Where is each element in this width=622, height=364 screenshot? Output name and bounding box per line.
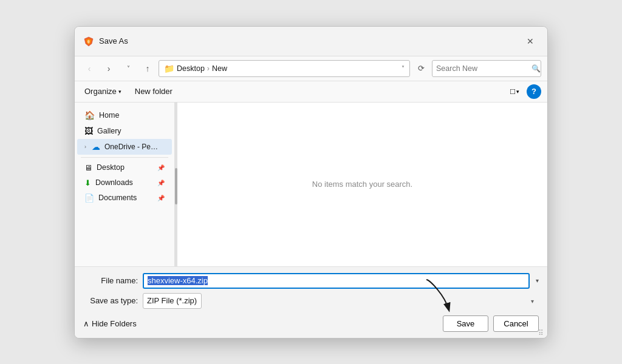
sidebar-item-home[interactable]: Home [77,107,172,123]
buttons-row: ∧ Hide Folders Save Cancel [83,313,539,332]
downloads-icon [84,178,91,187]
up-button[interactable]: ↑ [139,60,156,77]
sidebar-item-desktop[interactable]: Desktop 📌 [77,160,172,175]
organize-button[interactable]: Organize ▾ [81,85,125,98]
file-name-label: File name: [83,276,138,285]
sidebar-item-home-label: Home [99,111,119,120]
docs-icon [84,194,94,203]
save-as-dropdown-wrapper: ZIP File (*.zip) All Files (*.*) ▾ [143,293,539,309]
breadcrumb-new: New [212,64,227,73]
sidebar: Home Gallery › OneDrive - Perso Desktop … [75,103,175,266]
expand-arrow-icon: › [84,144,86,150]
sidebar-item-downloads-label: Downloads [95,178,133,187]
save-as-chevron-icon: ▾ [531,297,534,304]
action-bar: Organize ▾ New folder □ ▾ ? [75,81,547,103]
desktop-icon [84,163,92,172]
file-name-input[interactable] [143,273,530,289]
sidebar-scrollbar[interactable] [175,103,177,266]
hide-folders-icon: ∧ [83,319,89,328]
back-button[interactable]: ‹ [81,60,98,77]
save-as-type-label: Save as type: [83,296,138,305]
search-input[interactable] [436,64,531,73]
breadcrumb-sep-1: › [207,64,210,73]
brave-icon [83,36,94,47]
file-name-dropdown-icon: ▾ [536,277,539,284]
breadcrumb-desktop: Desktop [177,64,205,73]
save-as-type-dropdown[interactable]: ZIP File (*.zip) All Files (*.*) [143,293,202,309]
breadcrumb-bar[interactable]: 📁 Desktop › New ˅ [159,60,410,77]
sidebar-item-onedrive-label: OneDrive - Perso [104,143,159,151]
cloud-icon [92,142,100,152]
cancel-button[interactable]: Cancel [493,315,539,332]
pin-icon-downloads: 📌 [157,180,165,186]
dialog-title: Save As [99,36,517,46]
sidebar-item-downloads[interactable]: Downloads 📌 [77,175,172,190]
pin-icon-documents: 📌 [157,195,165,201]
sidebar-scroll-thumb [175,168,177,204]
sidebar-item-documents[interactable]: Documents 📌 [77,190,172,206]
empty-message: No items match your search. [312,180,412,189]
view-icon: □ [510,87,515,96]
search-box: 🔍 [432,60,541,77]
breadcrumb-chevron-icon: ˅ [402,65,405,72]
navigation-toolbar: ‹ › ˅ ↑ 📁 Desktop › New ˅ ⟳ 🔍 [75,56,547,81]
file-name-row: File name: ▾ [83,273,539,289]
sidebar-item-gallery-label: Gallery [97,127,121,135]
save-as-dialog: Save As ✕ ‹ › ˅ ↑ 📁 Desktop › New ˅ ⟳ 🔍 [74,26,548,339]
title-bar: Save As ✕ [75,27,547,56]
save-button[interactable]: Save [443,315,488,332]
dropdown-button[interactable]: ˅ [120,60,137,77]
sidebar-item-desktop-label: Desktop [97,163,125,172]
search-icon: 🔍 [531,64,541,73]
sidebar-item-documents-label: Documents [98,194,137,202]
organize-label: Organize [84,87,117,96]
organize-arrow-icon: ▾ [118,89,121,95]
pin-icon-desktop: 📌 [157,164,165,171]
bottom-form-area: File name: ▾ Save as type: ZIP File (*.z… [75,266,547,338]
sidebar-item-onedrive[interactable]: › OneDrive - Perso [77,139,172,155]
forward-button[interactable]: › [100,60,117,77]
sidebar-divider [81,157,168,158]
help-button[interactable]: ? [527,84,541,99]
home-icon [84,110,95,120]
save-as-type-row: Save as type: ZIP File (*.zip) All Files… [83,293,539,309]
content-area: Home Gallery › OneDrive - Perso Desktop … [75,103,547,266]
view-dropdown-icon: ▾ [516,89,519,95]
sidebar-item-gallery[interactable]: Gallery [77,123,172,139]
view-button[interactable]: □ ▾ [508,85,522,98]
new-folder-button[interactable]: New folder [130,85,177,98]
refresh-button[interactable]: ⟳ [412,60,429,77]
gallery-icon [84,126,93,136]
breadcrumb-folder-icon: 📁 [164,64,174,73]
close-button[interactable]: ✕ [522,33,539,50]
hide-folders-label: Hide Folders [92,319,137,328]
hide-folders-button[interactable]: ∧ Hide Folders [83,319,438,328]
main-content-area: No items match your search. [177,103,547,266]
resize-handle[interactable]: ⠿ [538,329,547,337]
